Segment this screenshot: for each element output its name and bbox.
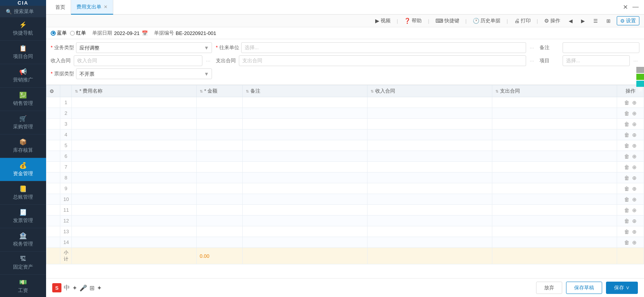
row-remark-2[interactable] (243, 108, 368, 119)
row-income-contract-11[interactable] (368, 205, 492, 216)
row-copy-btn-1[interactable]: ⊕ (632, 100, 637, 106)
row-delete-btn-2[interactable]: 🗑 (624, 110, 629, 116)
row-expense-contract-13[interactable] (492, 226, 617, 237)
list-view-btn[interactable]: ☰ (591, 17, 600, 25)
row-remark-1[interactable] (243, 97, 368, 108)
history-btn[interactable]: 🕐 历史单据 (470, 17, 503, 25)
row-amount-13[interactable] (197, 226, 243, 237)
row-expense-name-4[interactable] (72, 129, 197, 140)
brand-zhong-icon[interactable]: 中 (64, 284, 70, 292)
row-expense-contract-8[interactable] (492, 173, 617, 183)
row-remark-12[interactable] (243, 216, 368, 226)
save-draft-button[interactable]: 保存草稿 (566, 282, 602, 294)
row-delete-btn-1[interactable]: 🗑 (624, 100, 629, 106)
row-income-contract-2[interactable] (368, 108, 492, 119)
print-btn[interactable]: 🖨 打印 (512, 17, 533, 25)
red-bill-radio[interactable]: 红单 (70, 30, 86, 37)
sidebar-item-marketing[interactable]: 📢营销推广 (0, 64, 46, 88)
row-copy-btn-7[interactable]: ⊕ (632, 164, 637, 170)
row-income-contract-6[interactable] (368, 151, 492, 162)
row-expense-contract-6[interactable] (492, 151, 617, 162)
row-expense-contract-3[interactable] (492, 119, 617, 129)
settings-btn[interactable]: ⚙ 设置 (617, 16, 639, 25)
window-min-icon[interactable]: — (631, 3, 640, 12)
row-copy-btn-11[interactable]: ⊕ (632, 207, 637, 213)
sidebar-item-ledger[interactable]: 📒总账管理 (0, 181, 46, 205)
row-amount-8[interactable] (197, 173, 243, 183)
row-copy-btn-13[interactable]: ⊕ (632, 229, 637, 235)
row-income-contract-9[interactable] (368, 183, 492, 194)
row-expense-contract-1[interactable] (492, 97, 617, 108)
partner-input-wrap[interactable]: 选择... (241, 42, 526, 53)
tab-home[interactable]: 首页 (50, 0, 71, 15)
sidebar-item-tax[interactable]: 🏦税务管理 (0, 228, 46, 252)
sidebar-item-sales[interactable]: 💹销售管理 (0, 88, 46, 111)
row-delete-btn-6[interactable]: 🗑 (624, 153, 629, 159)
sidebar-item-capital[interactable]: 💰资金管理 (0, 158, 46, 181)
income-contract-input[interactable]: 收入合同 (74, 55, 202, 66)
row-remark-5[interactable] (243, 140, 368, 151)
project-input[interactable]: 选择... (563, 55, 630, 66)
grid-view-btn[interactable]: ⊞ (604, 17, 613, 25)
blue-bill-radio[interactable]: 蓝单 (51, 30, 67, 37)
row-amount-12[interactable] (197, 216, 243, 226)
row-expense-contract-5[interactable] (492, 140, 617, 151)
row-amount-7[interactable] (197, 162, 243, 173)
project-more-btn[interactable]: ··· (632, 58, 639, 64)
row-expense-name-10[interactable] (72, 194, 197, 205)
remark-input[interactable] (563, 42, 639, 53)
row-remark-4[interactable] (243, 129, 368, 140)
row-amount-4[interactable] (197, 129, 243, 140)
row-delete-btn-9[interactable]: 🗑 (624, 186, 629, 192)
invoice-type-select[interactable]: 不开票 (76, 68, 212, 79)
row-amount-1[interactable] (197, 97, 243, 108)
actions-btn[interactable]: ⚙ 操作 (542, 17, 563, 25)
nav-prev-btn[interactable]: ◀ (566, 17, 575, 25)
row-income-contract-12[interactable] (368, 216, 492, 226)
row-copy-btn-8[interactable]: ⊕ (632, 175, 637, 181)
row-remark-3[interactable] (243, 119, 368, 129)
nav-next-btn[interactable]: ▶ (579, 17, 587, 25)
brand-grid-icon[interactable]: ⊞ (89, 284, 94, 292)
brand-diamond-icon[interactable]: ✦ (72, 284, 77, 292)
row-copy-btn-12[interactable]: ⊕ (632, 218, 637, 224)
sidebar-item-invoice[interactable]: 🧾发票管理 (0, 205, 46, 228)
row-income-contract-13[interactable] (368, 226, 492, 237)
row-expense-name-11[interactable] (72, 205, 197, 216)
row-expense-contract-14[interactable] (492, 237, 617, 248)
row-delete-btn-4[interactable]: 🗑 (624, 132, 629, 138)
row-copy-btn-4[interactable]: ⊕ (632, 132, 637, 138)
row-copy-btn-5[interactable]: ⊕ (632, 143, 637, 149)
sidebar-item-shortcuts[interactable]: ⚡快捷导航 (0, 17, 46, 41)
discard-button[interactable]: 放弃 (536, 282, 562, 294)
row-copy-btn-2[interactable]: ⊕ (632, 110, 637, 116)
row-income-contract-3[interactable] (368, 119, 492, 129)
row-copy-btn-14[interactable]: ⊕ (632, 239, 637, 246)
row-expense-name-5[interactable] (72, 140, 197, 151)
expense-contract-input[interactable]: 支出合同 (239, 55, 526, 66)
row-copy-btn-6[interactable]: ⊕ (632, 153, 637, 159)
row-income-contract-10[interactable] (368, 194, 492, 205)
row-copy-btn-3[interactable]: ⊕ (632, 121, 637, 127)
row-copy-btn-10[interactable]: ⊕ (632, 196, 637, 202)
row-copy-btn-9[interactable]: ⊕ (632, 186, 637, 192)
row-expense-contract-2[interactable] (492, 108, 617, 119)
row-expense-contract-7[interactable] (492, 162, 617, 173)
row-remark-13[interactable] (243, 226, 368, 237)
row-delete-btn-5[interactable]: 🗑 (624, 143, 629, 149)
sidebar-search[interactable]: 🔍 搜索菜单 (0, 6, 46, 17)
col-income-contract[interactable]: ⇅ 收入合同 (368, 85, 492, 97)
row-amount-3[interactable] (197, 119, 243, 129)
row-income-contract-8[interactable] (368, 173, 492, 183)
sidebar-item-salary[interactable]: 💵工资 (0, 275, 46, 297)
row-income-contract-14[interactable] (368, 237, 492, 248)
row-expense-contract-4[interactable] (492, 129, 617, 140)
row-remark-10[interactable] (243, 194, 368, 205)
row-expense-name-7[interactable] (72, 162, 197, 173)
row-delete-btn-14[interactable]: 🗑 (624, 239, 629, 246)
row-income-contract-4[interactable] (368, 129, 492, 140)
row-expense-name-14[interactable] (72, 237, 197, 248)
edge-tab-quick[interactable]: 快 (636, 81, 644, 87)
row-amount-6[interactable] (197, 151, 243, 162)
row-remark-14[interactable] (243, 237, 368, 248)
